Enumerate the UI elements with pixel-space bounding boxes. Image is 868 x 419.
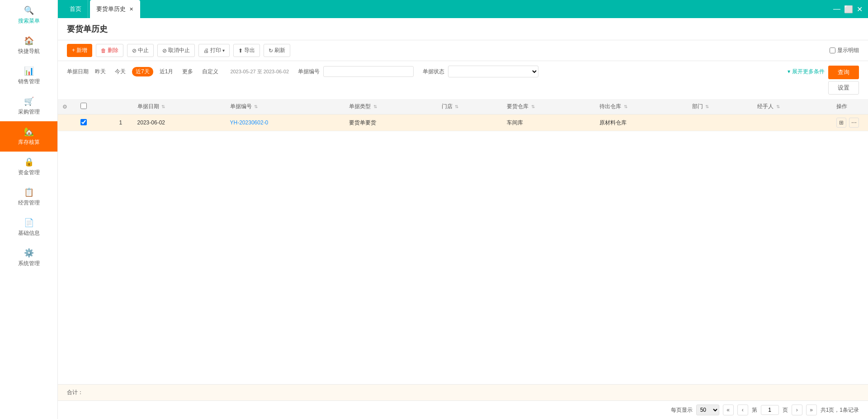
status-filter-group: 单据状态 xyxy=(423,66,538,77)
col-req-warehouse-header: 要货仓库 ⇅ xyxy=(502,99,595,114)
tab-close-icon[interactable]: ✕ xyxy=(129,6,133,12)
date-more-btn[interactable]: 更多 xyxy=(179,67,196,76)
date-last1month-btn[interactable]: 近1月 xyxy=(157,67,176,76)
tab-home[interactable]: + 新增 首页 xyxy=(63,0,88,18)
date-filter-label: 单据日期 xyxy=(67,68,89,76)
page-header: 要货单历史 xyxy=(58,18,868,40)
sidebar-item-purchase[interactable]: 🛒 采购管理 xyxy=(0,91,57,121)
per-page-label: 每页显示 xyxy=(671,406,693,414)
sidebar-item-label: 搜索菜单 xyxy=(18,17,40,25)
close-window-icon[interactable]: ✕ xyxy=(857,5,863,14)
col-settings: ⚙ xyxy=(58,99,76,114)
action-buttons: ⊞ ⋯ xyxy=(836,118,863,128)
handler-sort-icon[interactable]: ⇅ xyxy=(776,104,780,109)
order-type-sort-icon[interactable]: ⇅ xyxy=(373,104,377,109)
col-index-header xyxy=(115,99,133,114)
date-range-text: 2023-05-27 至 2023-06-02 xyxy=(230,68,289,75)
sidebar-item-search[interactable]: 🔍 搜索菜单 xyxy=(0,0,57,30)
page-title: 要货单历史 xyxy=(67,24,859,34)
page-input[interactable] xyxy=(761,405,779,415)
row-checkbox-cell xyxy=(76,114,115,131)
order-no-input[interactable] xyxy=(323,66,414,77)
col-checkbox-header xyxy=(76,99,115,114)
sidebar-item-quick-nav[interactable]: 🏠 快捷导航 xyxy=(0,30,57,61)
col-pending-warehouse-header: 待出仓库 ⇅ xyxy=(595,99,688,114)
refresh-button[interactable]: ↻ 刷新 xyxy=(264,44,290,57)
toolbar: + 新增 🗑 删除 ⊘ 中止 ⊘ 取消中止 🖨 打印 ▾ ⬆ 导出 ↻ 刷新 xyxy=(58,40,868,61)
data-table: ⚙ 单据日期 ⇅ 单据编号 ⇅ 单据类型 xyxy=(58,99,868,131)
col-date-header: 单据日期 ⇅ xyxy=(133,99,226,114)
order-no-filter-group: 单据编号 xyxy=(298,66,414,77)
delete-button[interactable]: 🗑 删除 xyxy=(96,44,123,57)
status-filter-label: 单据状态 xyxy=(423,68,444,76)
cart-icon: 🛒 xyxy=(24,96,34,106)
sidebar-item-sales[interactable]: 📊 销售管理 xyxy=(0,61,57,91)
sidebar-item-finance[interactable]: 🔒 资金管理 xyxy=(0,152,57,182)
suspend-button[interactable]: ⊘ 中止 xyxy=(127,44,154,57)
row-edit-icon[interactable]: ⊞ xyxy=(836,118,846,128)
footer-summary: 合计： xyxy=(58,384,868,400)
cancel-suspend-button[interactable]: ⊘ 取消中止 xyxy=(157,44,195,57)
first-page-btn[interactable]: « xyxy=(723,405,734,415)
show-detail-toggle[interactable]: 显示明细 xyxy=(830,47,859,54)
delete-label: 删除 xyxy=(108,47,118,54)
prev-page-btn[interactable]: ‹ xyxy=(737,405,748,415)
doc-icon: 📄 xyxy=(24,218,34,228)
store-sort-icon[interactable]: ⇅ xyxy=(455,104,458,109)
settings-icon[interactable]: ⚙ xyxy=(62,104,67,110)
main-area: + 新增 首页 要货单历史 ✕ — ⬜ ✕ 要货单历史 + 新增 🗑 删除 ⊘ … xyxy=(58,0,868,419)
col-order-type-header: 单据类型 ⇅ xyxy=(344,99,437,114)
select-all-checkbox[interactable] xyxy=(80,103,87,109)
clipboard-icon: 📋 xyxy=(24,187,34,197)
row-index-cell: 1 xyxy=(115,114,133,131)
next-page-btn[interactable]: › xyxy=(792,405,802,415)
row-more-icon[interactable]: ⋯ xyxy=(849,118,859,128)
sidebar-item-system[interactable]: ⚙️ 系统管理 xyxy=(0,243,57,273)
req-warehouse-sort-icon[interactable]: ⇅ xyxy=(531,104,535,109)
date-sort-icon[interactable]: ⇅ xyxy=(161,104,165,109)
row-checkbox[interactable] xyxy=(80,119,87,125)
query-button[interactable]: 查询 xyxy=(828,66,859,79)
sidebar-item-basic-info[interactable]: 📄 基础信息 xyxy=(0,212,57,243)
date-yesterday-btn[interactable]: 昨天 xyxy=(92,67,108,76)
sidebar-item-inventory[interactable]: 🏡 库存核算 xyxy=(0,121,57,152)
sidebar-item-operations[interactable]: 📋 经营管理 xyxy=(0,182,57,212)
sidebar-item-label: 系统管理 xyxy=(18,260,40,267)
house-icon: 🏡 xyxy=(24,127,34,137)
total-info: 共1页，1条记录 xyxy=(821,406,859,414)
export-button[interactable]: ⬆ 导出 xyxy=(233,44,260,57)
print-button[interactable]: 🖨 打印 ▾ xyxy=(198,44,230,57)
summary-label: 合计： xyxy=(67,389,83,396)
last-page-btn[interactable]: » xyxy=(806,405,817,415)
sidebar-item-label: 基础信息 xyxy=(18,229,40,237)
delete-icon: 🗑 xyxy=(101,48,106,54)
row-order-no-link[interactable]: YH-20230602-0 xyxy=(230,119,269,126)
filter-actions: 查询 设置 xyxy=(828,66,859,95)
topbar: + 新增 首页 要货单历史 ✕ — ⬜ ✕ xyxy=(58,0,868,18)
date-today-btn[interactable]: 今天 xyxy=(112,67,128,76)
sidebar-item-label: 库存核算 xyxy=(18,138,40,146)
per-page-select[interactable]: 10 20 50 100 xyxy=(696,405,719,415)
new-button[interactable]: + 新增 xyxy=(67,44,92,57)
minimize-icon[interactable]: — xyxy=(833,5,840,13)
refresh-label: 刷新 xyxy=(274,47,285,54)
date-last7days-btn[interactable]: 近7天 xyxy=(132,67,153,76)
pending-warehouse-sort-icon[interactable]: ⇅ xyxy=(624,104,627,109)
expand-filter-btn[interactable]: ▾ 展开更多条件 xyxy=(788,68,825,76)
order-no-sort-icon[interactable]: ⇅ xyxy=(254,104,258,109)
lock-icon: 🔒 xyxy=(24,157,34,167)
setting-button[interactable]: 设置 xyxy=(828,81,859,95)
maximize-icon[interactable]: ⬜ xyxy=(844,5,853,14)
print-label: 打印 xyxy=(210,47,221,54)
row-order-no-cell: YH-20230602-0 xyxy=(226,114,345,131)
dept-sort-icon[interactable]: ⇅ xyxy=(705,104,709,109)
table-header: ⚙ 单据日期 ⇅ 单据编号 ⇅ 单据类型 xyxy=(58,99,868,114)
status-select[interactable] xyxy=(448,66,538,77)
date-custom-btn[interactable]: 自定义 xyxy=(199,67,221,76)
row-req-warehouse-cell: 车间库 xyxy=(502,114,595,131)
date-range-display: 2023-05-27 至 2023-06-02 xyxy=(230,68,289,75)
show-detail-checkbox[interactable] xyxy=(830,48,835,53)
row-date-cell: 2023-06-02 xyxy=(133,114,226,131)
tab-requisition-history[interactable]: 要货单历史 ✕ xyxy=(90,0,140,18)
col-store-header: 门店 ⇅ xyxy=(437,99,502,114)
